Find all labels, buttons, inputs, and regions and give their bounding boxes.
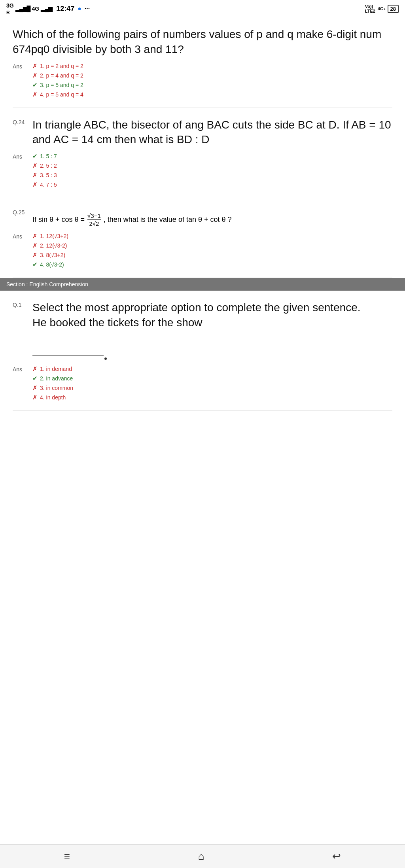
q24-option-1: ✔ 1. 5 : 7 — [32, 153, 57, 160]
q25-option-2-label: 2. 12(√3-2) — [40, 242, 67, 249]
q23-ans-row: Ans ✗ 1. p = 2 and q = 2 ✗ 2. p = 4 and … — [13, 62, 392, 98]
q23-option-2: ✗ 2. p = 4 and q = 2 — [32, 72, 83, 79]
q25-option-4-label: 4. 8(√3-2) — [40, 261, 64, 268]
q23-ans-label: Ans — [13, 62, 32, 70]
q24-ans-row: Ans ✔ 1. 5 : 7 ✗ 2. 5 : 2 ✗ 3. 5 : 3 ✗ 4… — [13, 153, 392, 188]
q24-option-2: ✗ 2. 5 : 2 — [32, 162, 57, 169]
q23-option-3-label: 3. p = 5 and q = 2 — [40, 82, 83, 88]
time: 12:47 — [56, 5, 74, 13]
q23-header: Which of the following pairs of numbers … — [13, 27, 392, 57]
english-q1-option-3: ✗ 3. in common — [32, 384, 73, 391]
signal-4g: 4G — [32, 6, 40, 12]
back-icon[interactable]: ↩ — [332, 850, 341, 862]
q25-option-1-label: 1. 12(√3+2) — [40, 233, 68, 239]
status-left: 3GR ▂▄▆█ 4G ▂▄▆ 12:47 ● ··· — [6, 2, 90, 15]
q23-option-4-label: 4. p = 5 and q = 4 — [40, 91, 83, 98]
q24-ans-label: Ans — [13, 153, 32, 160]
english-q1-option-2: ✔ 2. in advance — [32, 375, 73, 382]
q25-options: ✗ 1. 12(√3+2) ✗ 2. 12(√3-2) ✗ 3. 8(√3+2)… — [32, 233, 68, 268]
english-q1-option-4-label: 4. in depth — [40, 394, 66, 401]
q24-header: Q.24 In triangle ABC, the bisector of an… — [13, 117, 392, 148]
check-icon-q24-1: ✔ — [32, 153, 38, 160]
english-q1-option-3-label: 3. in common — [40, 385, 73, 391]
cross-icon-q24-3: ✗ — [32, 172, 38, 179]
question-block-q23: Which of the following pairs of numbers … — [13, 17, 392, 108]
check-icon-eng-2: ✔ — [32, 375, 38, 382]
cross-icon-q24-4: ✗ — [32, 181, 38, 188]
section-label: Section : English Comprehension — [6, 281, 88, 287]
q25-option-2: ✗ 2. 12(√3-2) — [32, 242, 68, 249]
q24-option-1-label: 1. 5 : 7 — [40, 153, 57, 159]
q23-option-1: ✗ 1. p = 2 and q = 2 — [32, 62, 83, 70]
signal-bars-1: ▂▄▆█ — [15, 6, 30, 12]
cross-icon-eng-4: ✗ — [32, 394, 38, 401]
q25-option-3: ✗ 3. 8(√3+2) — [32, 252, 68, 259]
q25-option-4: ✔ 4. 8(√3-2) — [32, 261, 68, 268]
signal-3g: 3GR — [6, 2, 14, 15]
english-q1-option-4: ✗ 4. in depth — [32, 394, 73, 401]
q25-ans-row: Ans ✗ 1. 12(√3+2) ✗ 2. 12(√3-2) ✗ 3. 8(√… — [13, 233, 392, 268]
q25-math-text2: , then what is the value of tan θ + cot … — [104, 216, 232, 224]
cross-icon-q24-2: ✗ — [32, 162, 38, 169]
q23-option-4: ✗ 4. p = 5 and q = 4 — [32, 91, 83, 98]
q24-option-2-label: 2. 5 : 2 — [40, 163, 57, 169]
q24-options: ✔ 1. 5 : 7 ✗ 2. 5 : 2 ✗ 3. 5 : 3 ✗ 4. 7 … — [32, 153, 57, 188]
main-content: Which of the following pairs of numbers … — [0, 17, 405, 411]
cross-icon-q23-1: ✗ — [32, 62, 38, 70]
bottom-nav: ≡ ⌂ ↩ — [0, 844, 405, 868]
blank-underline — [32, 355, 104, 356]
english-q1-ans-label: Ans — [13, 365, 32, 373]
home-icon[interactable]: ⌂ — [198, 850, 204, 862]
q25-math-question: If sin θ + cos θ = √3−1 2√2 , then what … — [32, 208, 231, 227]
q24-option-4-label: 4. 7 : 5 — [40, 182, 57, 188]
q23-options: ✗ 1. p = 2 and q = 2 ✗ 2. p = 4 and q = … — [32, 62, 83, 98]
q24-text: In triangle ABC, the bisector of ang BAC… — [32, 117, 392, 148]
english-q1-text: Select the most appropriate option to co… — [32, 300, 392, 360]
q23-option-2-label: 2. p = 4 and q = 2 — [40, 72, 83, 79]
q24-option-3: ✗ 3. 5 : 3 — [32, 172, 57, 179]
cross-icon-q23-2: ✗ — [32, 72, 38, 79]
q24-number: Q.24 — [13, 117, 32, 125]
cross-icon-eng-1: ✗ — [32, 365, 38, 373]
q25-math-text: If sin θ + cos θ = — [32, 216, 85, 224]
battery-badge: 28 — [388, 5, 399, 13]
english-q1-ans-row: Ans ✗ 1. in demand ✔ 2. in advance ✗ 3. … — [13, 365, 392, 401]
q23-text: Which of the following pairs of numbers … — [13, 27, 392, 57]
english-q1-block: Q.1 Select the most appropriate option t… — [13, 291, 392, 411]
english-q1-header: Q.1 Select the most appropriate option t… — [13, 300, 392, 360]
check-icon-q25-4: ✔ — [32, 261, 38, 268]
signal-bars-2: ▂▄▆ — [41, 6, 52, 12]
cross-icon-eng-3: ✗ — [32, 384, 38, 391]
lte2: 4G₂ — [378, 6, 385, 11]
q25-number: Q.25 — [13, 208, 32, 216]
menu-icon[interactable]: ≡ — [64, 850, 70, 862]
location-icon: ● — [78, 5, 81, 12]
volte: Vo))LTE2 — [365, 4, 375, 13]
q25-fraction-den: 2√2 — [89, 220, 99, 227]
question-block-q25: Q.25 If sin θ + cos θ = √3−1 2√2 , then … — [13, 198, 392, 278]
q25-option-1: ✗ 1. 12(√3+2) — [32, 233, 68, 240]
q23-option-3: ✔ 3. p = 5 and q = 2 — [32, 81, 83, 89]
english-q1-option-2-label: 2. in advance — [40, 375, 73, 382]
status-right: Vo))LTE2 4G₂ 28 — [365, 4, 399, 13]
dots: ··· — [85, 5, 90, 12]
q25-ans-label: Ans — [13, 233, 32, 240]
q24-option-4: ✗ 4. 7 : 5 — [32, 181, 57, 188]
cross-icon-q25-3: ✗ — [32, 252, 38, 259]
blank-dot — [104, 357, 107, 360]
question-block-q24: Q.24 In triangle ABC, the bisector of an… — [13, 108, 392, 199]
cross-icon-q25-1: ✗ — [32, 233, 38, 240]
english-q1-option-1: ✗ 1. in demand — [32, 365, 73, 373]
cross-icon-q25-2: ✗ — [32, 242, 38, 249]
section-bar: Section : English Comprehension — [0, 278, 405, 291]
check-icon-q23-3: ✔ — [32, 81, 38, 89]
cross-icon-q23-4: ✗ — [32, 91, 38, 98]
status-bar: 3GR ▂▄▆█ 4G ▂▄▆ 12:47 ● ··· Vo))LTE2 4G₂… — [0, 0, 405, 17]
q25-fraction-num: √3−1 — [87, 212, 101, 220]
english-q1-options: ✗ 1. in demand ✔ 2. in advance ✗ 3. in c… — [32, 365, 73, 401]
q25-option-3-label: 3. 8(√3+2) — [40, 252, 65, 258]
q25-header: Q.25 If sin θ + cos θ = √3−1 2√2 , then … — [13, 208, 392, 227]
english-q1-option-1-label: 1. in demand — [40, 366, 72, 372]
english-q1-number: Q.1 — [13, 300, 32, 308]
q23-option-1-label: 1. p = 2 and q = 2 — [40, 63, 83, 69]
